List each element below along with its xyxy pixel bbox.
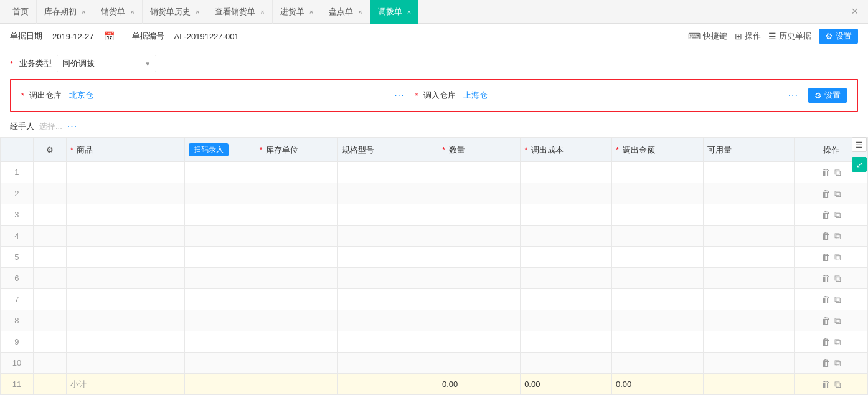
tab-view-sales-close[interactable]: ×	[260, 8, 264, 16]
row-spec[interactable]	[337, 268, 438, 289]
copy-icon[interactable]: ⧉	[834, 379, 841, 390]
tab-sales-order[interactable]: 销货单 ×	[93, 0, 142, 24]
copy-icon[interactable]: ⧉	[834, 231, 841, 242]
tab-purchase-order[interactable]: 进货单 ×	[273, 0, 321, 24]
row-cost[interactable]	[521, 289, 612, 310]
row-qty[interactable]	[438, 247, 521, 268]
row-product[interactable]	[66, 204, 185, 226]
delete-icon[interactable]: 🗑	[821, 315, 831, 326]
delete-icon[interactable]: 🗑	[821, 252, 831, 262]
row-spec[interactable]	[337, 226, 438, 247]
row-amount[interactable]	[611, 183, 703, 204]
row-amount[interactable]	[611, 226, 703, 247]
tab-home[interactable]: 首页	[5, 0, 37, 24]
row-unit[interactable]	[255, 183, 337, 204]
row-product[interactable]	[66, 310, 185, 331]
tab-transfer-order-close[interactable]: ×	[407, 8, 411, 16]
row-unit[interactable]	[255, 268, 337, 289]
row-product[interactable]	[66, 331, 185, 353]
row-amount[interactable]	[611, 353, 703, 374]
tab-inventory-init[interactable]: 库存期初 ×	[37, 0, 93, 24]
row-cost[interactable]	[521, 247, 612, 268]
row-cost[interactable]	[521, 331, 612, 353]
copy-icon[interactable]: ⧉	[834, 358, 841, 369]
row-spec[interactable]	[337, 247, 438, 268]
row-qty[interactable]	[438, 226, 521, 247]
right-expand-button[interactable]: ⤢	[852, 157, 867, 172]
transfer-in-more-icon[interactable]: ···	[788, 90, 798, 101]
row-unit[interactable]	[255, 310, 337, 331]
row-qty[interactable]	[438, 353, 521, 374]
row-cost[interactable]	[521, 268, 612, 289]
right-list-button[interactable]: ☰	[852, 137, 867, 152]
row-spec[interactable]	[337, 310, 438, 331]
row-unit[interactable]	[255, 226, 337, 247]
copy-icon[interactable]: ⧉	[834, 315, 841, 326]
tab-sales-order-close[interactable]: ×	[130, 8, 134, 16]
row-cost[interactable]	[521, 183, 612, 204]
column-gear-icon[interactable]: ⚙	[46, 145, 54, 155]
tab-view-sales[interactable]: 查看销货单 ×	[207, 0, 272, 24]
delete-icon[interactable]: 🗑	[821, 379, 831, 389]
scan-button[interactable]: 扫码录入	[189, 143, 229, 156]
row-spec[interactable]	[337, 204, 438, 226]
handler-more-icon[interactable]: ···	[67, 121, 77, 132]
row-product[interactable]	[66, 268, 185, 289]
row-product[interactable]	[66, 289, 185, 310]
shortcut-button[interactable]: ⌨ 快捷键	[688, 31, 727, 42]
delete-icon[interactable]: 🗑	[821, 294, 831, 305]
transfer-out-value[interactable]: 北京仓	[69, 90, 93, 101]
delete-icon[interactable]: 🗑	[821, 167, 831, 178]
th-gear[interactable]: ⚙	[33, 138, 66, 162]
row-cost[interactable]	[521, 353, 612, 374]
row-qty[interactable]	[438, 268, 521, 289]
row-amount[interactable]	[611, 247, 703, 268]
tab-transfer-order[interactable]: 调拨单 ×	[370, 0, 418, 24]
row-qty[interactable]	[438, 289, 521, 310]
row-cost[interactable]	[521, 162, 612, 183]
row-cost[interactable]	[521, 226, 612, 247]
copy-icon[interactable]: ⧉	[834, 294, 841, 305]
row-unit[interactable]	[255, 331, 337, 353]
copy-icon[interactable]: ⧉	[834, 252, 841, 263]
delete-icon[interactable]: 🗑	[821, 188, 831, 199]
row-unit[interactable]	[255, 247, 337, 268]
tab-inventory-check[interactable]: 盘点单 ×	[321, 0, 370, 24]
row-cost[interactable]	[521, 204, 612, 226]
row-amount[interactable]	[611, 331, 703, 353]
delete-icon[interactable]: 🗑	[821, 231, 831, 241]
row-spec[interactable]	[337, 183, 438, 204]
handler-select[interactable]: 选择...	[39, 121, 62, 132]
delete-icon[interactable]: 🗑	[821, 273, 831, 283]
row-qty[interactable]	[438, 204, 521, 226]
copy-icon[interactable]: ⧉	[834, 209, 841, 221]
operation-button[interactable]: ⊞ 操作	[735, 31, 761, 42]
copy-icon[interactable]: ⧉	[834, 336, 841, 348]
row-amount[interactable]	[611, 310, 703, 331]
delete-icon[interactable]: 🗑	[821, 209, 831, 220]
transfer-out-more-icon[interactable]: ···	[394, 90, 404, 101]
business-type-dropdown[interactable]: 同价调拨 ▼	[57, 55, 156, 72]
row-spec[interactable]	[337, 289, 438, 310]
row-qty[interactable]	[438, 183, 521, 204]
row-qty[interactable]	[438, 331, 521, 353]
row-amount[interactable]	[611, 162, 703, 183]
row-unit[interactable]	[255, 289, 337, 310]
tab-inventory-init-close[interactable]: ×	[82, 8, 85, 16]
delete-icon[interactable]: 🗑	[821, 336, 831, 347]
history-button[interactable]: ☰ 历史单据	[768, 31, 811, 42]
row-unit[interactable]	[255, 162, 337, 183]
warehouse-settings-button[interactable]: ⚙ 设置	[808, 88, 847, 103]
copy-icon[interactable]: ⧉	[834, 188, 841, 199]
calendar-icon[interactable]: 📅	[104, 31, 115, 41]
row-product[interactable]	[66, 353, 185, 374]
copy-icon[interactable]: ⧉	[834, 167, 841, 178]
tab-purchase-order-close[interactable]: ×	[309, 8, 313, 16]
row-product[interactable]	[66, 162, 185, 183]
row-amount[interactable]	[611, 289, 703, 310]
tab-inventory-check-close[interactable]: ×	[358, 8, 362, 16]
row-cost[interactable]	[521, 310, 612, 331]
row-unit[interactable]	[255, 353, 337, 374]
tab-sales-history[interactable]: 销货单历史 ×	[143, 0, 207, 24]
row-product[interactable]	[66, 226, 185, 247]
